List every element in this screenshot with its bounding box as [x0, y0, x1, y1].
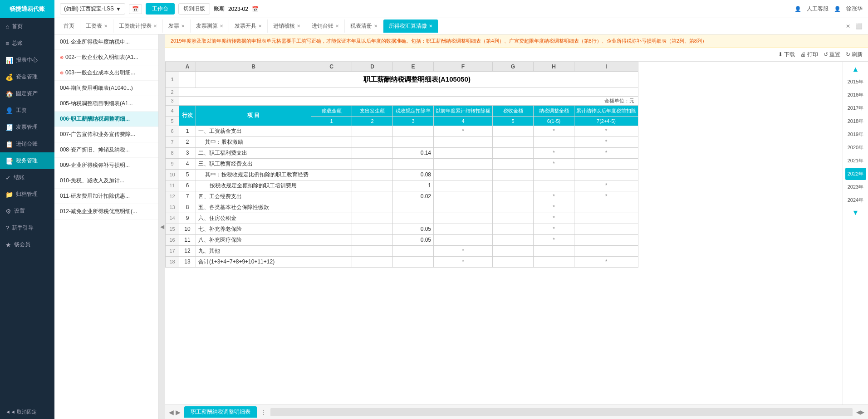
value-e[interactable]	[393, 136, 434, 147]
value-h[interactable]	[534, 256, 574, 267]
tab-invoice-issue[interactable]: 发票开具 ✕	[229, 19, 268, 33]
close-all-icon[interactable]: ✕	[844, 23, 852, 29]
value-d[interactable]	[352, 256, 393, 267]
value-g[interactable]	[493, 158, 534, 169]
item-cell[interactable]: 合计(1+3+4+7+8+9+10+11+12)	[196, 256, 311, 267]
sheet-options-icon[interactable]: ⋮	[260, 409, 267, 416]
value-d[interactable]	[352, 245, 393, 256]
value-c[interactable]	[311, 126, 352, 136]
value-c[interactable]	[311, 136, 352, 147]
close-icon[interactable]: ✕	[374, 24, 378, 29]
year-2017[interactable]: 2017年	[845, 102, 866, 114]
form-item-003[interactable]: ⊗ 003-一般企业成本支出明细...	[54, 65, 158, 81]
value-f[interactable]	[434, 234, 493, 245]
year-2015[interactable]: 2015年	[845, 76, 866, 88]
value-d[interactable]	[352, 136, 393, 147]
maximize-icon[interactable]: ⬜	[854, 23, 864, 29]
tab-salary-stats[interactable]: 工资统计报表 ✕	[113, 19, 163, 33]
value-i[interactable]	[574, 169, 638, 180]
value-i[interactable]	[574, 158, 638, 169]
year-2016[interactable]: 2016年	[845, 89, 866, 101]
value-g[interactable]	[493, 191, 534, 202]
tab-invoice[interactable]: 发票 ✕	[163, 19, 191, 33]
value-h[interactable]	[534, 245, 574, 256]
sidebar-bottom[interactable]: ◄◄ 取消固定	[0, 405, 54, 419]
close-icon[interactable]: ✕	[429, 24, 432, 29]
year-2019[interactable]: 2019年	[845, 128, 866, 141]
value-g[interactable]	[493, 126, 534, 136]
value-e[interactable]	[393, 256, 434, 267]
value-g[interactable]	[493, 234, 534, 245]
tab-tax-forms[interactable]: 税表清册 ✕	[345, 19, 383, 33]
sidebar-item-fixed-assets[interactable]: 🏠 固定资产	[0, 85, 54, 102]
sidebar-item-ledger[interactable]: ≡ 总账	[0, 35, 54, 52]
item-cell[interactable]: 九、其他	[196, 245, 311, 256]
refresh-button[interactable]: ↻ 刷新	[846, 51, 863, 58]
value-g[interactable]	[493, 224, 534, 234]
collapse-handle[interactable]: ◀	[159, 34, 165, 419]
value-f[interactable]	[434, 147, 493, 158]
value-c[interactable]	[311, 234, 352, 245]
close-icon[interactable]: ✕	[104, 24, 108, 29]
form-item-011[interactable]: 011-研发费用加计扣除优惠...	[54, 189, 158, 204]
value-d[interactable]	[352, 202, 393, 213]
sidebar-item-sales-ledger[interactable]: 📋 进销台账	[0, 136, 54, 152]
sidebar-item-vip[interactable]: ★ 畅会员	[0, 236, 54, 253]
value-e[interactable]: 0.05	[393, 234, 434, 245]
value-c[interactable]	[311, 202, 352, 213]
form-item-005[interactable]: 005-纳税调整项目明细表(A1...	[54, 96, 158, 112]
sidebar-item-archive[interactable]: 📁 归档管理	[0, 186, 54, 203]
calendar-icon-btn[interactable]: 📅	[129, 4, 142, 14]
form-item-012[interactable]: 012-减免企业所得税优惠明细(...	[54, 204, 158, 219]
value-d[interactable]	[352, 191, 393, 202]
value-d[interactable]	[352, 147, 393, 158]
value-h[interactable]	[534, 136, 574, 147]
reset-button[interactable]: ↺ 重置	[824, 51, 840, 58]
item-cell[interactable]: 五、各类基本社会保障性缴款	[196, 202, 311, 213]
sidebar-item-salary[interactable]: 👤 工资	[0, 102, 54, 119]
value-i[interactable]	[574, 213, 638, 224]
year-2024[interactable]: 2024年	[845, 194, 866, 206]
value-d[interactable]	[352, 158, 393, 169]
value-c[interactable]	[311, 180, 352, 191]
close-icon[interactable]: ✕	[297, 24, 300, 29]
item-cell[interactable]: 七、补充养老保险	[196, 224, 311, 234]
item-cell[interactable]: 八、补充医疗保险	[196, 234, 311, 245]
year-2018[interactable]: 2018年	[845, 115, 866, 127]
value-f[interactable]	[434, 169, 493, 180]
value-c[interactable]	[311, 213, 352, 224]
item-cell[interactable]: 六、住房公积金	[196, 213, 311, 224]
form-item-004[interactable]: 004-期间费用明细表(A1040...)	[54, 81, 158, 96]
year-up-button[interactable]: ▲	[850, 63, 861, 75]
form-item-002[interactable]: ⊗ 002-一般企业收入明细表(A1...	[54, 50, 158, 65]
form-item-010[interactable]: 010-免税、减收入及加计...	[54, 173, 158, 189]
sidebar-item-home[interactable]: ⌂ 首页	[0, 18, 54, 35]
back-old-button[interactable]: 切到旧版	[178, 3, 210, 15]
value-d[interactable]	[352, 169, 393, 180]
value-f[interactable]	[434, 224, 493, 234]
value-e[interactable]: 0.08	[393, 169, 434, 180]
spreadsheet-container[interactable]: A B C D E F G H I	[165, 62, 843, 405]
close-icon[interactable]: ✕	[153, 24, 157, 29]
form-item-009[interactable]: 009-企业所得税弥补亏损明...	[54, 158, 158, 173]
value-i[interactable]	[574, 224, 638, 234]
value-i[interactable]	[574, 202, 638, 213]
close-icon[interactable]: ✕	[335, 24, 339, 29]
item-cell[interactable]: 其中：按税收规定比例扣除的职工教育经费	[196, 169, 311, 180]
value-c[interactable]	[311, 245, 352, 256]
value-c[interactable]	[311, 169, 352, 180]
value-g[interactable]	[493, 147, 534, 158]
tab-salary-table[interactable]: 工资表 ✕	[80, 19, 113, 33]
value-f[interactable]	[434, 213, 493, 224]
value-d[interactable]	[352, 234, 393, 245]
form-item-001[interactable]: 001-企业所得税年度纳税申...	[54, 34, 158, 50]
value-g[interactable]	[493, 245, 534, 256]
value-e[interactable]	[393, 213, 434, 224]
sheet-next-button[interactable]: ▶	[176, 409, 181, 416]
value-g[interactable]	[493, 169, 534, 180]
tab-invoice-calc[interactable]: 发票测算 ✕	[191, 19, 229, 33]
bottom-tab-active[interactable]: 职工薪酬纳税调整明细表	[184, 406, 257, 418]
tab-home[interactable]: 首页	[58, 19, 80, 33]
value-h[interactable]	[534, 180, 574, 191]
item-cell[interactable]: 按税收规定全额扣除的职工培训费用	[196, 180, 311, 191]
